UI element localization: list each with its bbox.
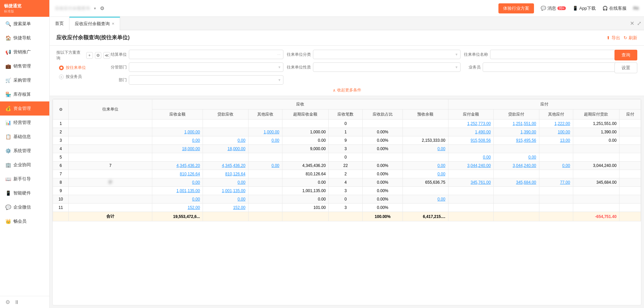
refresh-btn[interactable]: ↻ 刷新 xyxy=(624,35,637,41)
sidebar-item-hardware[interactable]: 📱 智能硬件 xyxy=(0,186,49,200)
settings-header-icon[interactable]: ⚙ xyxy=(100,5,104,11)
td-ap-amount[interactable]: 3,044,240.00 xyxy=(448,162,493,170)
td-ap-loan[interactable]: 3,044,240.00 xyxy=(494,162,539,170)
scheme-collapse-icon[interactable]: ≪ xyxy=(103,52,110,59)
td-ar-amount[interactable]: 0.00 xyxy=(152,178,203,187)
td-ar-amount[interactable]: 1,000.00 xyxy=(152,128,203,136)
td-ap-loan[interactable]: 345,684.00 xyxy=(494,178,539,187)
sidebar-item-quick-nav[interactable]: 🏠 快捷导航 xyxy=(0,31,49,45)
scheme-option-salesman[interactable]: ○ 按业务员 xyxy=(56,73,110,81)
td-ap-other[interactable]: 100.00 xyxy=(539,128,573,136)
unit-category-select[interactable]: ▾ xyxy=(313,50,460,59)
sidebar-item-wechat[interactable]: 💬 企业微信 xyxy=(0,200,49,214)
td-ap-other[interactable]: 13.00 xyxy=(539,136,573,145)
sidebar-item-finance[interactable]: 💰 资金管理 xyxy=(0,101,49,116)
td-ar-amount[interactable]: 152.00 xyxy=(152,204,203,212)
table-container[interactable]: ⚙ 往来单位 应收 应付 应收金额 贷款应收 其他应收 超期应收金额 应收笔数 xyxy=(52,99,641,305)
td-ar-loan[interactable]: 810,126.64 xyxy=(203,170,248,178)
td-ap-other[interactable]: 77.00 xyxy=(539,178,573,187)
app-download-item[interactable]: 📱 App下载 xyxy=(573,5,596,11)
scheme-option-unit[interactable]: 按往来单位 xyxy=(56,64,110,72)
td-ap-other xyxy=(539,187,573,195)
sidebar-item-member[interactable]: 👑 畅会员 xyxy=(0,214,49,228)
tab-close-all-icon[interactable]: ✕ xyxy=(630,20,634,27)
sidebar-item-marketing[interactable]: 📢 营销推广 xyxy=(0,45,49,59)
user-avatar[interactable]: Rit xyxy=(633,6,639,11)
td-ap-amount[interactable]: 0.00 xyxy=(448,153,493,162)
td-ar-loan[interactable]: 152.00 xyxy=(203,204,248,212)
td-ap-amount[interactable]: 1,252,773.00 xyxy=(448,120,493,128)
table-settings-icon[interactable]: ⚙ xyxy=(59,107,63,112)
td-ar-loan[interactable]: 1,001,135.00 xyxy=(203,187,248,195)
td-ap-amount xyxy=(448,170,493,178)
td-ar-prepaid[interactable]: 0.00 xyxy=(403,145,448,153)
td-ap-amount[interactable]: 345,761.00 xyxy=(448,178,493,187)
td-ap-loan[interactable]: 0.00 xyxy=(494,153,539,162)
add-scheme-icon[interactable]: + xyxy=(86,52,93,59)
online-support-item[interactable]: 🎧 在线客服 xyxy=(602,5,627,11)
th-settings[interactable]: ⚙ xyxy=(53,99,69,120)
td-ap-loan[interactable]: 915,495.56 xyxy=(494,136,539,145)
scheme-settings-icon[interactable]: ⚙ xyxy=(95,52,102,59)
td-ap-amount[interactable]: 1,490.00 xyxy=(448,128,493,136)
tab-ar-ap[interactable]: 应收应付余额查询 ✕ xyxy=(69,17,120,30)
sidebar-item-inventory[interactable]: 🏪 库存核算 xyxy=(0,87,49,101)
tab-close-icon[interactable]: ✕ xyxy=(112,22,114,26)
td-footer-label: 合计 xyxy=(69,212,152,221)
sidebar-item-purchase[interactable]: 🛒 采购管理 xyxy=(0,73,49,87)
tab-home[interactable]: 首页 xyxy=(50,17,69,30)
unit-nature-select[interactable]: ▾ xyxy=(313,62,460,72)
settlement-input[interactable]: ··· xyxy=(129,50,283,59)
td-ar-loan[interactable]: 4,345,436.20 xyxy=(203,162,248,170)
settings-bottom-icon[interactable]: ⚙ xyxy=(5,299,10,305)
td-ar-amount[interactable]: 0.00 xyxy=(152,136,203,145)
td-ap-amount[interactable]: 915,508.56 xyxy=(448,136,493,145)
td-ar-amount[interactable]: 1,001,135.00 xyxy=(152,187,203,195)
collapse-btn[interactable]: ∧ 收起更多条件 xyxy=(56,87,637,93)
sidebar-item-enterprise[interactable]: 🏢 企业协同 xyxy=(0,158,49,172)
td-ap-loan[interactable]: 1,251,551.00 xyxy=(494,120,539,128)
query-btn[interactable]: 查询 xyxy=(614,50,637,60)
td-ar-count: 9 xyxy=(329,136,363,145)
export-btn[interactable]: ⬆ 导出 xyxy=(606,35,620,41)
salesman-input[interactable]: ··· xyxy=(483,62,637,72)
td-ar-other[interactable]: 1,000.00 xyxy=(248,128,282,136)
td-ar-amount[interactable]: 18,000.00 xyxy=(152,145,203,153)
sidebar-item-system[interactable]: ⚙️ 系统管理 xyxy=(0,144,49,158)
td-footer-empty xyxy=(53,212,69,221)
td-ar-loan xyxy=(203,153,248,162)
dept-select[interactable]: ▾ xyxy=(129,75,283,85)
trial-industry-btn[interactable]: 体验行业方案 xyxy=(498,3,534,13)
td-ar-amount[interactable]: 4,345,436.20 xyxy=(152,162,203,170)
td-ar-other[interactable]: 0.00 xyxy=(248,136,282,145)
sidebar-item-search-menu[interactable]: 🔍 搜索菜单 xyxy=(0,17,49,31)
tab-expand-icon[interactable]: ⤢ xyxy=(637,20,641,27)
sidebar-item-basic-info[interactable]: 📋 基础信息 xyxy=(0,130,49,144)
collapse-sidebar-icon[interactable]: ⏸ xyxy=(14,299,19,305)
td-ar-loan[interactable]: 0.00 xyxy=(203,195,248,204)
td-ar-prepaid[interactable]: 0.00 xyxy=(403,195,448,204)
td-ar-loan[interactable]: 0.00 xyxy=(203,178,248,187)
td-ar-amount[interactable]: 0.00 xyxy=(152,195,203,204)
sidebar-item-sales[interactable]: 💼 销售管理 xyxy=(0,59,49,73)
sidebar-label: 资金管理 xyxy=(13,105,31,112)
td-ar-prepaid[interactable]: 0.00 xyxy=(403,162,448,170)
sidebar-item-guide[interactable]: 📖 新手引导 xyxy=(0,172,49,186)
td-ar-other[interactable]: 0.00 xyxy=(248,162,282,170)
td-ap-other[interactable]: 0.00 xyxy=(539,162,573,170)
notification-item[interactable]: 💬 消息 99+ xyxy=(541,5,566,11)
scheme-active-icon xyxy=(59,65,64,70)
td-ar-loan[interactable]: 0.00 xyxy=(203,136,248,145)
td-ar-amount[interactable]: 810,126.64 xyxy=(152,170,203,178)
td-ap-loan[interactable]: 1,390.00 xyxy=(494,128,539,136)
td-ap-other[interactable]: 1,222.00 xyxy=(539,120,573,128)
sidebar-item-operations[interactable]: 📊 经营管理 xyxy=(0,116,49,130)
set-btn[interactable]: 设置 xyxy=(614,62,637,73)
dropdown-arrow-icon[interactable]: ▾ xyxy=(94,6,96,11)
td-ar-prepaid[interactable]: 0.00 xyxy=(403,170,448,178)
td-ar-loan[interactable]: 18,000.00 xyxy=(203,145,248,153)
td-ar-loan xyxy=(203,120,248,128)
dept-mgr-select[interactable]: ▾ xyxy=(129,62,283,72)
td-footer-ap-prepaid: 6,417,215.... xyxy=(403,212,448,221)
td-ap-last xyxy=(620,187,641,195)
